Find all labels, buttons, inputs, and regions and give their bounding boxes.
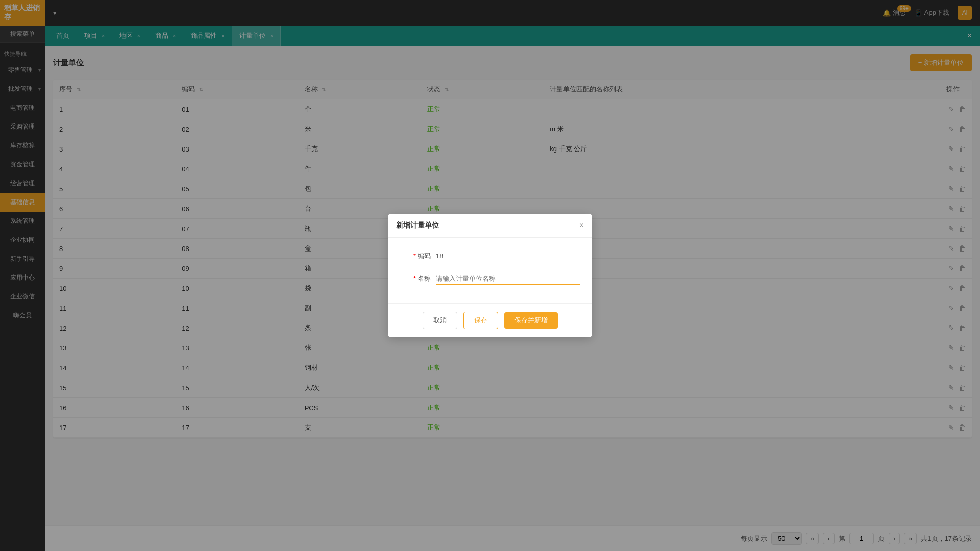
code-label: 编码 <box>400 252 431 261</box>
form-row-name: 名称 <box>400 272 580 285</box>
name-input[interactable] <box>436 272 580 285</box>
add-unit-modal: 新增计量单位 × 编码 名称 取消 保存 保存并新增 <box>388 214 592 337</box>
modal-overlay: 新增计量单位 × 编码 名称 取消 保存 保存并新增 <box>0 0 980 551</box>
modal-footer: 取消 保存 保存并新增 <box>388 303 592 337</box>
form-row-code: 编码 <box>400 250 580 262</box>
name-label: 名称 <box>400 274 431 283</box>
save-button[interactable]: 保存 <box>463 312 498 329</box>
cancel-button[interactable]: 取消 <box>423 312 457 329</box>
save-and-new-button[interactable]: 保存并新增 <box>504 312 558 329</box>
modal-title: 新增计量单位 <box>396 221 439 230</box>
code-input[interactable] <box>436 250 580 262</box>
modal-body: 编码 名称 <box>388 238 592 303</box>
modal-header: 新增计量单位 × <box>388 214 592 238</box>
modal-close-button[interactable]: × <box>579 221 584 230</box>
